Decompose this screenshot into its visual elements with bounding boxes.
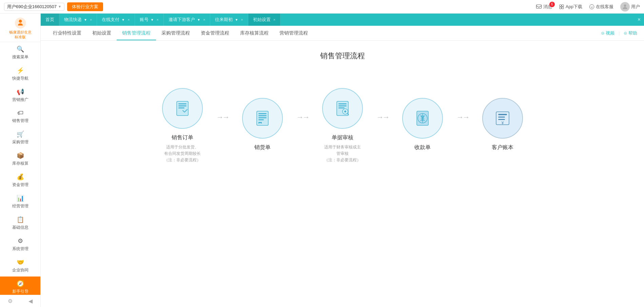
tab-initial-close[interactable]: × (273, 18, 275, 22)
content-area: 销售管理流程 销售订单 适用于分批发货、有合同发货周期较长（注：非必要流程） (41, 41, 644, 187)
flow-arrow-4: →→ (456, 113, 469, 122)
tab-account-arrow: ▼ (151, 18, 154, 22)
sub-tab-purchase-flow[interactable]: 采购管理流程 (156, 26, 195, 40)
logo-title: 畅康通好生意 标准版 (9, 30, 32, 40)
flow-desc-sales-order: 适用于分批发货、有合同发货周期较长（注：非必要流程） (164, 144, 201, 164)
tab-logistics-arrow: ▼ (84, 18, 87, 22)
user-selector-arrow: ▼ (58, 5, 61, 8)
svg-rect-21 (338, 105, 347, 106)
messages-item[interactable]: 消息 6 (536, 4, 552, 10)
tab-invite[interactable]: 邀请下游客户 ▼ × (164, 14, 210, 26)
app-icon (559, 4, 564, 9)
help-link[interactable]: ⊙ 帮助 (624, 30, 637, 36)
sidebar: 畅康通好生意 标准版 🔍 搜索菜单 ⚡ 快捷导航 📢 营销推广 🏷 销售管理 🛒… (0, 14, 41, 307)
customer-account-icon: ¥ (493, 109, 512, 127)
sub-tab-finance-flow[interactable]: 资金管理流程 (195, 26, 235, 40)
sales-icon: 🏷 (17, 109, 23, 117)
user-selector[interactable]: 用户690企业1660120507 ▼ (4, 3, 64, 11)
sub-tabs-right: ⊙ 视频 | ⊙ 帮助 (601, 30, 637, 36)
app-download-item[interactable]: App下载 (559, 4, 582, 10)
sidebar-operations-label: 经营管理 (12, 203, 28, 209)
tab-period-label: 往来期初 (215, 17, 233, 23)
sidebar-item-marketing[interactable]: 📢 营销推广 (0, 85, 40, 106)
tab-payment[interactable]: 在线支付 ▼ × (97, 14, 135, 26)
page-title: 销售管理流程 (54, 51, 630, 61)
trial-button[interactable]: 体验行业方案 (67, 2, 103, 11)
svg-rect-30 (498, 117, 505, 118)
video-link[interactable]: ⊙ 视频 (601, 30, 614, 36)
tab-initial[interactable]: 初始设置 × (248, 14, 280, 26)
system-icon: ⚙ (18, 237, 23, 245)
sub-tab-initial[interactable]: 初始设置 (87, 26, 117, 40)
sub-tab-inventory-flow[interactable]: 库存核算流程 (235, 26, 274, 40)
svg-rect-3 (560, 7, 561, 8)
tab-logistics[interactable]: 物流快递 ▼ × (59, 14, 97, 26)
flow-circle-customer-account[interactable]: ¥ (482, 98, 523, 139)
main-content: 行业特性设置 初始设置 销售管理流程 采购管理流程 资金管理流程 库存核算流程 … (41, 26, 644, 307)
flow-circle-sales-order[interactable] (162, 88, 203, 129)
svg-point-9 (19, 20, 22, 23)
top-bar-right: 消息 6 App下载 在线客服 用户 (536, 2, 640, 12)
top-bar-left: 用户690企业1660120507 ▼ 体验行业方案 (4, 2, 103, 11)
svg-rect-12 (178, 105, 187, 106)
tab-invite-arrow: ▼ (197, 18, 200, 22)
tab-logistics-label: 物流快递 (64, 17, 82, 23)
svg-rect-15 (258, 113, 267, 114)
sidebar-item-operations[interactable]: 📊 经营管理 (0, 191, 40, 212)
collapse-btn[interactable]: ◀ (28, 298, 33, 304)
online-service-item[interactable]: 在线客服 (589, 4, 613, 10)
sidebar-sales-label: 销售管理 (12, 118, 28, 124)
tab-payment-close[interactable]: × (128, 18, 130, 22)
svg-point-7 (624, 4, 626, 7)
quicknav-icon: ⚡ (17, 67, 24, 74)
tab-home-label: 首页 (45, 17, 54, 23)
basicinfo-icon: 📋 (17, 216, 24, 223)
flow-circle-receipt[interactable]: ¥ (402, 98, 443, 139)
search-icon: 🔍 (17, 45, 24, 53)
tab-account[interactable]: 账号 ▼ × (135, 14, 164, 26)
sidebar-item-search[interactable]: 🔍 搜索菜单 (0, 42, 40, 63)
sidebar-system-label: 系统管理 (12, 246, 28, 252)
nav-close-all[interactable]: × (634, 14, 644, 26)
user-avatar-item[interactable]: 用户 (620, 2, 640, 12)
sidebar-item-basicinfo[interactable]: 📋 基础信息 (0, 212, 40, 234)
sub-tab-sales-flow[interactable]: 销售管理流程 (117, 26, 156, 40)
doc-review-icon (333, 99, 352, 118)
tab-logistics-close[interactable]: × (90, 18, 92, 22)
sidebar-item-guide[interactable]: 🧭 新手引导 (0, 277, 40, 295)
flow-arrow-3: →→ (376, 113, 389, 122)
svg-rect-2 (562, 5, 564, 6)
sidebar-item-inventory[interactable]: 📦 库存核算 (0, 148, 40, 170)
marketing-icon: 📢 (17, 88, 24, 96)
flow-circle-doc-review[interactable] (322, 88, 363, 129)
guide-icon: 🧭 (17, 280, 24, 287)
tab-home[interactable]: 首页 (41, 14, 59, 26)
svg-rect-11 (178, 103, 187, 104)
sub-tab-industry[interactable]: 行业特性设置 (47, 26, 87, 40)
svg-rect-29 (498, 114, 507, 115)
tab-period-close[interactable]: × (241, 18, 243, 22)
tab-invite-close[interactable]: × (203, 18, 205, 22)
sidebar-logo: 畅康通好生意 标准版 (0, 14, 40, 42)
sidebar-item-sales[interactable]: 🏷 销售管理 (0, 106, 40, 127)
svg-point-6 (592, 6, 592, 6)
sub-tab-marketing-flow[interactable]: 营销管理流程 (274, 26, 313, 40)
sidebar-item-finance[interactable]: 💰 资金管理 (0, 170, 40, 191)
tab-payment-arrow: ▼ (121, 18, 125, 22)
sidebar-item-quicknav[interactable]: ⚡ 快捷导航 (0, 63, 40, 85)
flow-circle-sales-invoice[interactable] (242, 98, 283, 139)
tab-account-close[interactable]: × (157, 18, 159, 22)
flow-desc-doc-review: 适用于财务审核或主管审核（注：非必要流程） (324, 144, 361, 164)
sidebar-item-cooperation[interactable]: 🤝 企业协同 (0, 255, 40, 277)
svg-rect-13 (178, 107, 184, 108)
inventory-icon: 📦 (17, 152, 24, 159)
sidebar-item-system[interactable]: ⚙ 系统管理 (0, 234, 40, 255)
tab-account-label: 账号 (140, 17, 149, 23)
tab-period[interactable]: 往来期初 ▼ × (210, 14, 248, 26)
sidebar-item-purchase[interactable]: 🛒 采购管理 (0, 127, 40, 148)
tab-period-arrow: ▼ (235, 18, 238, 22)
settings-bottom-btn[interactable]: ⚙ (8, 298, 13, 304)
sub-tabs: 行业特性设置 初始设置 销售管理流程 采购管理流程 资金管理流程 库存核算流程 … (41, 26, 644, 41)
operations-icon: 📊 (17, 195, 24, 202)
sidebar-quicknav-label: 快捷导航 (12, 76, 28, 81)
